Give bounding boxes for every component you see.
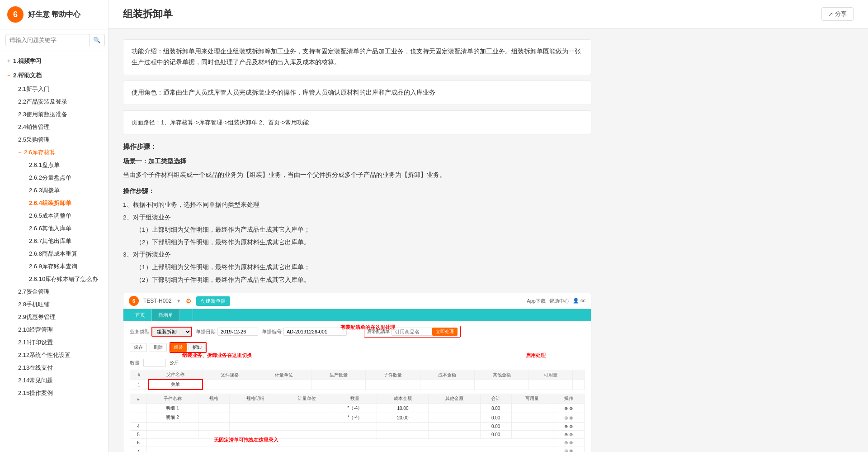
sidebar-item-268[interactable]: 2.6.8商品成本重算	[22, 247, 108, 260]
mock-th-other: 其他金额	[475, 370, 529, 380]
sidebar-item-261[interactable]: 2.6.1盘点单	[22, 159, 108, 171]
sidebar-item-262[interactable]: 2.6.2分量盘点单	[22, 171, 108, 184]
mock-delete-btn[interactable]: 删除	[150, 343, 167, 352]
sidebar-item-269[interactable]: 2.6.9库存账本查询	[22, 260, 108, 273]
mock-child-th-spec: 规格	[198, 394, 230, 404]
mock-bom-input[interactable]	[392, 328, 432, 336]
sidebar-sub-help: 2.1新手入门 2.2产品安装及登录 2.3使用前数据准备 2.4销售管理 2.…	[0, 83, 108, 400]
sidebar-item-data-prep[interactable]: 2.3使用前数据准备	[11, 108, 108, 121]
app-title: 好生意 帮助中心	[28, 10, 80, 19]
nav-tree: + 1.视频学习 − 2.帮助文档 2.1新手入门 2.2产品安装及登录 2.3…	[0, 51, 108, 402]
sidebar-item-266[interactable]: 2.6.6其他入库单	[22, 222, 108, 235]
mock-form-area: 业务类型 组装拆卸 单据日期 单据编号	[123, 321, 591, 452]
sidebar-item-264[interactable]: 2.6.4组装拆卸单	[22, 197, 108, 209]
mock-child-th-other: 其他金额	[429, 394, 480, 404]
mock-th-parent-name: 父件名称	[148, 370, 203, 380]
expand-icon-2: −	[7, 72, 10, 79]
mock-th-parent-spec: 父件规格	[203, 370, 257, 380]
sidebar-item-sales[interactable]: 2.4销售管理	[11, 121, 108, 133]
sidebar-item-2610[interactable]: 2.6.10库存账本错了怎么办	[22, 273, 108, 285]
step-3-1: （1）上部明细为父件明细，最终作为原材料生成其它出库单；	[123, 262, 591, 273]
mock-field-type: 业务类型 组装拆卸	[130, 327, 192, 337]
mock-child-th-name: 子件名称	[147, 394, 198, 404]
mock-parent-td-ops	[573, 380, 585, 390]
main-header: 组装拆卸单 ↗ 分享	[108, 0, 868, 29]
sidebar-item-213[interactable]: 2.13在线支付	[11, 362, 108, 374]
sidebar-item-210[interactable]: 2.10经营管理	[11, 324, 108, 336]
search-button[interactable]: 🔍	[90, 34, 105, 46]
sidebar-item-28[interactable]: 2.8手机旺铺	[11, 298, 108, 311]
mock-parent-td-subqty	[366, 380, 420, 390]
function-intro-block: 功能介绍：组装拆卸单用来处理企业组装或拆卸等加工业务，支持有固定装配清单的产品加…	[123, 39, 591, 75]
mock-top-icons: App下载 帮助中心 👤 cc	[527, 298, 585, 305]
annotation-type-switch: 组装业务、拆卸业务在这里切换	[182, 352, 252, 359]
mock-qty-input[interactable]	[143, 359, 166, 367]
mock-new-order-btn[interactable]: 创建新单据	[196, 296, 230, 306]
mock-child-row-2: 明细 2 *（-4） 20.00 0.00 ⊕ ⊗	[130, 413, 585, 423]
mock-parent-td-prodqty	[311, 380, 366, 390]
sidebar-item-purchase[interactable]: 2.5采购管理	[11, 133, 108, 146]
expand-icon-26: −	[18, 149, 21, 156]
mock-company: TEST-H002	[143, 298, 172, 304]
scenario1-desc: 当由多个子件材料组装成一个成品的业务为【组装】业务，当由一个父件拆分成多个子产品…	[123, 169, 591, 181]
mock-th-op	[573, 370, 585, 380]
path-intro-text: 页面路径：1、库存核算->库存管理->组装拆卸单 2、首页->常用功能	[132, 119, 309, 126]
mock-th-prod-qty: 生产数量	[311, 370, 366, 380]
share-button[interactable]: ↗ 分享	[821, 7, 854, 21]
mock-logo: 6	[129, 296, 139, 306]
mock-th-cost: 成本金额	[420, 370, 474, 380]
steps-main-heading: 操作步骤：	[123, 143, 591, 151]
sidebar-sub-inventory: 2.6.1盘点单 2.6.2分量盘点单 2.6.3调拨单 2.6.4组装拆卸单 …	[11, 159, 108, 285]
sidebar-item-215[interactable]: 2.15操作案例	[11, 387, 108, 400]
mock-parent-td-1: 1	[130, 380, 148, 390]
annotation-drag: 无固定清单可拖拽在这里录入	[214, 437, 278, 443]
sidebar-item-video[interactable]: + 1.视频学习	[0, 54, 108, 68]
sidebar-item-help-docs[interactable]: − 2.帮助文档	[0, 68, 108, 83]
mock-unit-label: 公斤	[170, 360, 179, 366]
mock-no-input[interactable]	[283, 328, 347, 336]
mock-nav-tabs: 首页 新增单	[123, 309, 591, 321]
sidebar-item-inventory[interactable]: − 2.6库存核算	[11, 146, 108, 159]
sidebar-item-beginner[interactable]: 2.1新手入门	[11, 83, 108, 95]
mock-tab-new[interactable]: 新增单	[152, 309, 180, 321]
mock-tab-home[interactable]: 首页	[129, 309, 152, 321]
role-intro-block: 使用角色：通常由生产人员或库管人员完成拆装业务的操作，库管人员确认原材料的出库和…	[123, 81, 591, 105]
mock-assemble-btn[interactable]: 组装	[170, 343, 187, 352]
mock-app-icon: App下载	[527, 298, 546, 305]
mock-date-label: 单据日期	[196, 328, 216, 335]
mock-child-row-6: 7 ⊕ ⊗	[130, 447, 585, 452]
sidebar-item-27[interactable]: 2.7资金管理	[11, 285, 108, 298]
sidebar-item-install[interactable]: 2.2产品安装及登录	[11, 95, 108, 108]
mock-dropdown-arrow: ▼	[176, 298, 181, 304]
mock-save-btn[interactable]: 保存	[130, 343, 147, 352]
content-body: 功能介绍：组装拆卸单用来处理企业组装或拆卸等加工业务，支持有固定装配清单的产品加…	[108, 29, 606, 452]
sidebar-item-29[interactable]: 2.9优惠券管理	[11, 311, 108, 324]
mock-quantity-row: 数量 公斤	[130, 359, 585, 367]
mock-date-input[interactable]	[217, 328, 258, 336]
app-logo: 6	[7, 6, 24, 23]
search-input[interactable]	[5, 34, 90, 46]
mock-th-unit: 计量单位	[257, 370, 311, 380]
mock-child-th-unit: 计量单位	[281, 394, 333, 404]
mock-child-th-qty: 数量	[333, 394, 377, 404]
mock-disassemble-btn[interactable]: 拆卸	[189, 343, 206, 352]
expand-icon-1: +	[7, 58, 10, 64]
mock-child-th-spec2: 规格明细	[230, 394, 281, 404]
mock-tab-extra[interactable]	[180, 309, 193, 321]
annotation-enable: 启用处理	[526, 352, 546, 359]
step-2-2: （2）下部明细为子件明细，最终作为原材料生成其它出库单。	[123, 237, 591, 248]
sidebar-header: 6 好生意 帮助中心	[0, 0, 108, 29]
mock-child-th-ops: 操作	[553, 394, 584, 404]
sidebar-item-265[interactable]: 2.6.5成本调整单	[22, 209, 108, 222]
sidebar-item-263[interactable]: 2.6.3调拨单	[22, 184, 108, 197]
function-intro-text: 功能介绍：组装拆卸单用来处理企业组装或拆卸等加工业务，支持有固定装配清单的产品加…	[132, 48, 581, 66]
sidebar-item-212[interactable]: 2.12系统个性化设置	[11, 349, 108, 362]
mock-type-select[interactable]: 组装拆卸	[151, 327, 192, 337]
mock-field-no: 单据编号	[262, 328, 347, 336]
main-content: 组装拆卸单 ↗ 分享 功能介绍：组装拆卸单用来处理企业组装或拆卸等加工业务，支持…	[108, 0, 868, 452]
mock-search-confirm-btn[interactable]: 立即处理	[432, 328, 458, 336]
sidebar-item-267[interactable]: 2.6.7其他出库单	[22, 235, 108, 247]
sidebar-item-214[interactable]: 2.14常见问题	[11, 374, 108, 387]
sidebar-item-211[interactable]: 2.11打印设置	[11, 336, 108, 349]
mock-help-icon: 帮助中心	[549, 298, 569, 305]
